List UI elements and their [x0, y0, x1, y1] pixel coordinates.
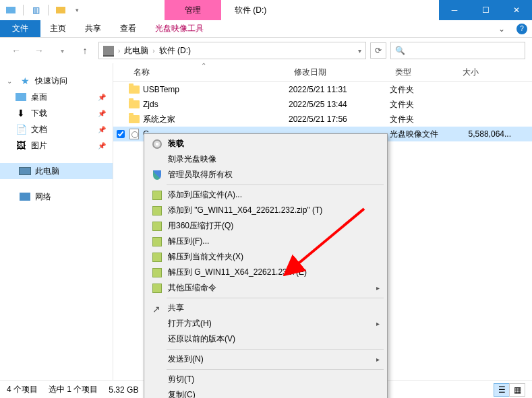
tab-disc-image-tools[interactable]: 光盘映像工具: [146, 20, 213, 37]
disc-icon: [149, 138, 165, 150]
ribbon-expand-icon[interactable]: ⌄: [492, 20, 512, 37]
title-bar: ▥ ▾ 管理 软件 (D:) ─ ☐ ✕: [0, 0, 532, 20]
cm-send-to[interactable]: 发送到(N): [146, 352, 385, 367]
cm-share[interactable]: 共享: [146, 300, 385, 316]
nav-pictures[interactable]: 🖼 图片 📌: [0, 137, 113, 154]
properties-icon[interactable]: ▥: [29, 3, 42, 17]
cm-copy[interactable]: 复制(C): [146, 387, 385, 398]
cm-extract-to-named[interactable]: 解压到 G_WIN11_X64_22621.232\ (E): [146, 265, 385, 280]
address-bar[interactable]: › 此电脑 › 软件 (D:) ▾: [98, 42, 366, 59]
separator: [167, 369, 384, 370]
cm-add-to-named-zip[interactable]: 添加到 "G_WIN11_X64_22621.232.zip" (T): [146, 203, 385, 218]
cm-add-to-archive[interactable]: 添加到压缩文件(A)...: [146, 187, 385, 203]
status-selected-size: 5.32 GB: [109, 385, 138, 395]
ribbon-tabs: 文件 主页 共享 查看 光盘映像工具 ⌄ ?: [0, 20, 532, 38]
cm-admin-ownership[interactable]: 管理员取得所有权: [146, 167, 385, 183]
folder-icon: [128, 100, 140, 108]
cm-open-with[interactable]: 打开方式(H): [146, 316, 385, 331]
nav-label: 网络: [35, 191, 51, 203]
row-name: 系统之家: [140, 114, 289, 125]
cm-burn[interactable]: 刻录光盘映像: [146, 152, 385, 167]
view-large-icons-button[interactable]: ▦: [509, 383, 525, 397]
cm-restore-versions[interactable]: 还原以前的版本(V): [146, 331, 385, 347]
cm-extract-here[interactable]: 解压到当前文件夹(X): [146, 249, 385, 265]
archive-icon: [149, 267, 165, 279]
maximize-button[interactable]: ☐: [470, 0, 501, 20]
separator: [167, 349, 384, 350]
tab-view[interactable]: 查看: [111, 20, 146, 37]
view-details-button[interactable]: ☰: [494, 383, 510, 397]
help-button[interactable]: ?: [512, 20, 532, 37]
new-folder-icon[interactable]: [54, 3, 67, 17]
folder-icon: [128, 86, 140, 94]
cm-extract-to[interactable]: 解压到(F)...: [146, 234, 385, 249]
file-list[interactable]: USBTemp2022/5/21 11:31文件夹Zjds2022/5/25 1…: [113, 82, 532, 141]
blank-icon: [149, 318, 165, 330]
chevron-right-icon[interactable]: ›: [118, 47, 120, 55]
row-checkbox[interactable]: [113, 130, 128, 138]
tab-share[interactable]: 共享: [76, 20, 111, 37]
chevron-right-icon[interactable]: ›: [152, 47, 154, 55]
nav-label: 快速访问: [35, 75, 67, 87]
minimize-button[interactable]: ─: [439, 0, 470, 20]
address-dropdown-icon[interactable]: ▾: [358, 47, 361, 55]
drive-icon: [103, 46, 114, 55]
file-row[interactable]: USBTemp2022/5/21 11:31文件夹: [113, 82, 532, 97]
column-headers: ⌃ 名称 修改日期 类型 大小: [113, 63, 532, 82]
nav-up-button[interactable]: ↑: [76, 42, 94, 59]
breadcrumb-thispc[interactable]: 此电脑: [124, 45, 148, 57]
separator: [48, 5, 49, 15]
nav-network[interactable]: › 网络: [0, 189, 113, 205]
nav-back-button[interactable]: ←: [7, 42, 26, 59]
nav-history-dropdown[interactable]: ▾: [53, 42, 71, 59]
separator: [167, 298, 384, 298]
search-input[interactable]: [408, 46, 521, 55]
pin-icon: 📌: [98, 94, 106, 101]
cm-other-compress[interactable]: 其他压缩命令: [146, 280, 385, 296]
column-size[interactable]: 大小: [457, 63, 518, 81]
row-date: 2022/5/21 17:56: [289, 114, 390, 124]
row-date: 2022/5/21 11:31: [289, 85, 390, 94]
folder-icon: [128, 115, 140, 123]
nav-this-pc[interactable]: › 此电脑: [0, 163, 113, 179]
tab-file[interactable]: 文件: [0, 20, 40, 37]
nav-documents[interactable]: 📄 文档 📌: [0, 121, 113, 137]
row-type: 文件夹: [390, 99, 457, 110]
shield-icon: [149, 169, 165, 181]
file-row[interactable]: Zjds2022/5/25 13:44文件夹: [113, 97, 532, 112]
archive-icon: [149, 282, 165, 294]
navigation-pane[interactable]: ⌄ ★ 快速访问 桌面 📌 ⬇ 下载 📌 📄 文档 📌 🖼 图片 📌 ›: [0, 63, 113, 380]
cm-mount[interactable]: 装载: [146, 136, 385, 152]
breadcrumb-drive[interactable]: 软件 (D:): [159, 45, 191, 57]
nav-label: 下载: [31, 108, 47, 119]
cm-open-with-360[interactable]: 用360压缩打开(Q): [146, 218, 385, 234]
pin-icon: 📌: [98, 126, 106, 133]
blank-icon: [149, 333, 165, 345]
close-button[interactable]: ✕: [501, 0, 532, 20]
checkbox-input[interactable]: [117, 130, 125, 138]
context-menu: 装载 刻录光盘映像 管理员取得所有权 添加到压缩文件(A)... 添加到 "G_…: [144, 133, 388, 398]
archive-icon: [149, 220, 165, 232]
tab-home[interactable]: 主页: [40, 20, 76, 37]
search-box[interactable]: 🔍: [390, 42, 525, 59]
nav-desktop[interactable]: 桌面 📌: [0, 89, 113, 105]
column-date[interactable]: 修改日期: [289, 63, 390, 81]
nav-label: 桌面: [31, 92, 47, 103]
file-row[interactable]: 系统之家2022/5/21 17:56文件夹: [113, 112, 532, 127]
nav-forward-button: →: [30, 42, 49, 59]
expand-icon[interactable]: ⌄: [7, 77, 15, 85]
contextual-tab-header: 管理: [165, 0, 221, 20]
window-title: 软件 (D:): [221, 0, 280, 20]
archive-icon: [149, 189, 165, 201]
nav-downloads[interactable]: ⬇ 下载 📌: [0, 105, 113, 121]
row-type: 光盘映像文件: [390, 129, 457, 140]
qat-dropdown-icon[interactable]: ▾: [70, 3, 84, 17]
nav-label: 图片: [31, 140, 47, 152]
refresh-button[interactable]: ⟳: [370, 42, 386, 59]
share-icon: [149, 302, 165, 314]
nav-quick-access[interactable]: ⌄ ★ 快速访问: [0, 73, 113, 89]
column-type[interactable]: 类型: [390, 63, 457, 81]
blank-icon: [149, 389, 165, 399]
cm-cut[interactable]: 剪切(T): [146, 372, 385, 387]
iso-file-icon: [128, 129, 140, 139]
